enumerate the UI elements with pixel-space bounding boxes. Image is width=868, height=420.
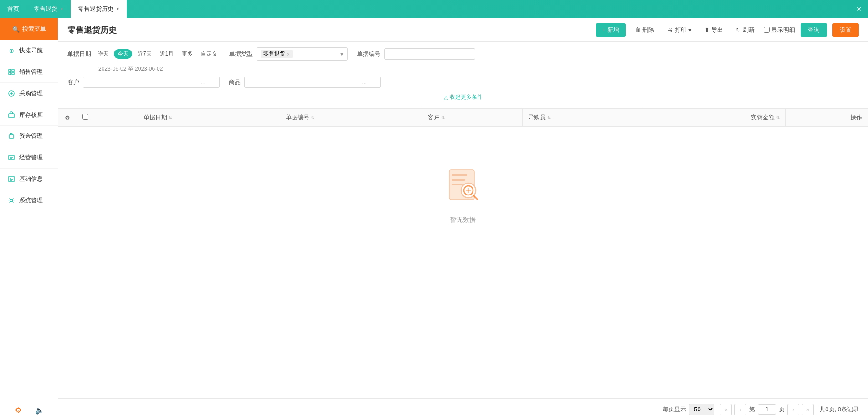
svg-rect-0 xyxy=(9,69,11,72)
first-page-button[interactable]: « xyxy=(720,404,732,415)
show-detail-checkbox[interactable]: 显示明细 xyxy=(764,26,795,34)
collapse-label: 收起更多条件 xyxy=(450,93,483,101)
show-detail-input[interactable] xyxy=(764,27,770,33)
col-doc-date[interactable]: 单据日期 ⇅ xyxy=(138,109,280,127)
collapse-icon: △ xyxy=(444,94,448,101)
col-guide[interactable]: 导购员 ⇅ xyxy=(522,109,643,127)
delete-button[interactable]: 🗑 删除 xyxy=(631,24,658,36)
sidebar-item-quick-nav[interactable]: ⊕ 快捷导航 xyxy=(0,40,58,61)
sidebar-search-label: 搜索菜单 xyxy=(22,25,46,33)
date-btn-7days[interactable]: 近7天 xyxy=(135,49,154,59)
filter-row-2: 客户 ... 商品 ... xyxy=(67,77,859,88)
query-button[interactable]: 查询 xyxy=(801,23,827,37)
page-size-dropdown[interactable]: 20 50 100 xyxy=(689,404,714,415)
date-btn-1month[interactable]: 近1月 xyxy=(157,49,177,59)
basic-info-icon xyxy=(7,175,15,183)
inventory-label: 库存核算 xyxy=(19,111,43,119)
content-area: 零售退货历史 + 新增 🗑 删除 🖨 打印 ▾ ⬆ 导出 ↻ xyxy=(58,18,868,420)
sort-icon-customer: ⇅ xyxy=(441,115,445,120)
prev-page-button[interactable]: ‹ xyxy=(734,404,746,415)
add-button[interactable]: + 新增 xyxy=(596,23,626,37)
date-btn-more[interactable]: 更多 xyxy=(179,49,195,59)
print-button[interactable]: 🖨 打印 ▾ xyxy=(663,24,695,36)
goods-filter: 商品 ... xyxy=(229,77,381,88)
refresh-icon: ↻ xyxy=(736,26,741,33)
doc-type-tag-close[interactable]: × xyxy=(287,51,289,57)
col-action: 操作 xyxy=(786,109,868,127)
inventory-icon xyxy=(7,111,15,119)
collapse-bar[interactable]: △ 收起更多条件 xyxy=(67,92,859,103)
sidebar-bottom: ⚙ 🔈 xyxy=(0,400,58,420)
sort-icon-amount: ⇅ xyxy=(776,115,780,120)
doc-type-arrow: ▾ xyxy=(340,51,344,57)
page-nav: « ‹ 第 页 › » xyxy=(720,404,814,415)
finance-label: 资金管理 xyxy=(19,132,43,140)
svg-rect-12 xyxy=(452,179,465,181)
export-button[interactable]: ⬆ 导出 xyxy=(701,24,727,36)
table-header: ⚙ 单据日期 ⇅ 单据编号 ⇅ xyxy=(58,109,868,127)
export-icon: ⬆ xyxy=(704,26,709,33)
customer-input[interactable]: ... xyxy=(83,77,220,88)
window-close-button[interactable]: × xyxy=(850,0,868,18)
volume-icon[interactable]: 🔈 xyxy=(33,404,46,417)
data-table-wrapper: ⚙ 单据日期 ⇅ 单据编号 ⇅ xyxy=(58,109,868,398)
refresh-button[interactable]: ↻ 刷新 xyxy=(732,24,758,36)
svg-rect-13 xyxy=(452,184,463,185)
date-btn-today[interactable]: 今天 xyxy=(114,49,132,59)
tab-retail-return-history-close[interactable]: × xyxy=(116,6,119,12)
tab-bar: 首页 零售退货 × 零售退货历史 × xyxy=(0,0,850,18)
purchase-mgmt-label: 采购管理 xyxy=(19,89,43,97)
tab-retail-return[interactable]: 零售退货 × xyxy=(26,0,71,18)
date-range-text: 2023-06-02 至 2023-06-02 xyxy=(98,66,163,72)
select-all-checkbox[interactable] xyxy=(82,114,88,120)
svg-rect-2 xyxy=(9,72,11,75)
sort-icon-doc-date: ⇅ xyxy=(169,115,172,120)
goods-input[interactable]: ... xyxy=(244,77,381,88)
date-btn-yesterday[interactable]: 昨天 xyxy=(95,49,111,59)
top-bar: 首页 零售退货 × 零售退货历史 × × xyxy=(0,0,868,18)
date-btn-custom[interactable]: 自定义 xyxy=(198,49,220,59)
sidebar-item-purchase-mgmt[interactable]: 采购管理 xyxy=(0,83,58,104)
sys-mgmt-icon xyxy=(7,196,15,205)
doc-type-label: 单据类型 xyxy=(229,50,253,58)
data-table: ⚙ 单据日期 ⇅ 单据编号 ⇅ xyxy=(58,109,868,261)
doc-type-select[interactable]: 零售退货 × ▾ xyxy=(257,47,348,61)
col-amount[interactable]: 实销金额 ⇅ xyxy=(643,109,786,127)
col-checkbox[interactable] xyxy=(77,109,138,127)
last-page-button[interactable]: » xyxy=(802,404,814,415)
doc-no-input[interactable] xyxy=(384,48,475,60)
quick-nav-icon: ⊕ xyxy=(7,46,15,55)
settings-icon[interactable]: ⚙ xyxy=(12,404,25,417)
sort-icon-guide: ⇅ xyxy=(547,115,551,120)
sidebar-item-inventory[interactable]: 库存核算 xyxy=(0,104,58,126)
svg-rect-11 xyxy=(452,174,467,176)
ops-mgmt-label: 经营管理 xyxy=(19,154,43,162)
tab-retail-return-close[interactable]: × xyxy=(60,6,63,12)
col-customer[interactable]: 客户 ⇅ xyxy=(422,109,522,127)
doc-type-tag: 零售退货 × xyxy=(261,50,292,58)
tab-home[interactable]: 首页 xyxy=(0,0,26,18)
doc-type-filter: 单据类型 零售退货 × ▾ xyxy=(229,47,348,61)
tab-retail-return-history[interactable]: 零售退货历史 × xyxy=(71,0,127,18)
sidebar-item-basic-info[interactable]: 基础信息 xyxy=(0,169,58,190)
customer-filter: 客户 ... xyxy=(67,77,220,88)
print-dropdown-icon: ▾ xyxy=(688,26,692,33)
sidebar-item-sys-mgmt[interactable]: 系统管理 xyxy=(0,190,58,211)
empty-text: 暂无数据 xyxy=(450,216,476,224)
page-total: 共0页, 0条记录 xyxy=(819,405,859,414)
settings-button[interactable]: 设置 xyxy=(832,23,859,37)
svg-rect-3 xyxy=(12,72,14,75)
sidebar-search[interactable]: 🔍 搜索菜单 xyxy=(0,18,58,40)
col-doc-no[interactable]: 单据编号 ⇅ xyxy=(280,109,422,127)
sidebar-nav: ⊕ 快捷导航 销售管理 采购管理 库存核算 xyxy=(0,40,58,400)
sidebar-item-finance[interactable]: 资金管理 xyxy=(0,126,58,147)
sidebar-item-sales-mgmt[interactable]: 销售管理 xyxy=(0,61,58,83)
sales-mgmt-label: 销售管理 xyxy=(19,68,43,76)
goods-label: 商品 xyxy=(229,78,241,87)
next-page-button[interactable]: › xyxy=(787,404,799,415)
col-settings[interactable]: ⚙ xyxy=(58,109,77,127)
sidebar-item-ops-mgmt[interactable]: 经营管理 xyxy=(0,147,58,169)
search-icon: 🔍 xyxy=(12,26,20,33)
svg-point-9 xyxy=(10,199,13,202)
page-number-input[interactable] xyxy=(758,404,776,415)
